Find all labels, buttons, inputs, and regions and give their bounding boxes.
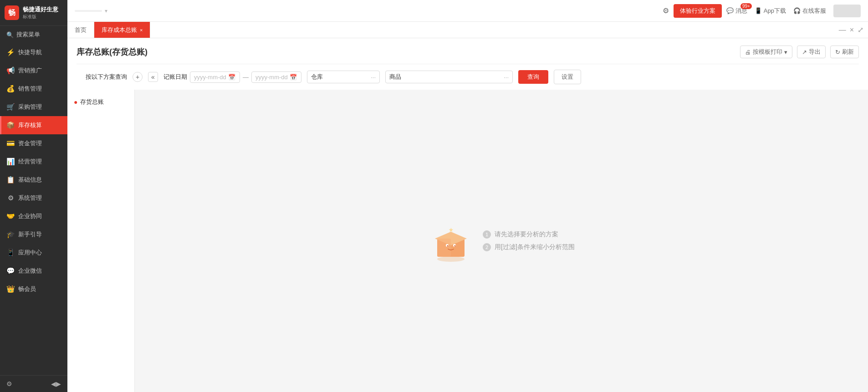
empty-illustration bbox=[428, 218, 474, 264]
filter-collapse-button[interactable]: « bbox=[148, 72, 158, 82]
sidebar-item-corp[interactable]: 🤝 企业协同 bbox=[0, 207, 67, 225]
filter-label: 按以下方案查询 bbox=[86, 73, 127, 81]
product-more-icon: ··· bbox=[504, 74, 509, 81]
warehouse-selector[interactable]: 仓库 ··· bbox=[307, 71, 380, 83]
app-download-button[interactable]: 📱 App下载 bbox=[755, 7, 786, 15]
topbar-gear-icon[interactable]: ⚙ bbox=[663, 6, 669, 15]
sidebar-item-label: 销售管理 bbox=[18, 85, 42, 93]
message-button[interactable]: 💬 消息 99+ bbox=[726, 7, 747, 15]
industry-btn[interactable]: 体验行业方案 bbox=[674, 4, 722, 18]
sidebar-item-appstore[interactable]: 📱 应用中心 bbox=[0, 244, 67, 262]
message-badge: 99+ bbox=[740, 3, 752, 9]
basic-icon: 📋 bbox=[6, 176, 15, 184]
print-button[interactable]: 🖨 按模板打印 ▾ bbox=[740, 46, 792, 58]
sidebar-item-label: 应用中心 bbox=[18, 249, 42, 257]
date-start-input[interactable]: yyyy-mm-dd 📅 bbox=[190, 71, 240, 83]
tab-home-label: 首页 bbox=[75, 26, 87, 34]
scheme-item-icon: ● bbox=[74, 98, 77, 106]
date-end-placeholder: yyyy-mm-dd bbox=[255, 74, 288, 81]
sidebar-item-inventory[interactable]: 📦 库存核算 bbox=[0, 116, 67, 134]
sidebar-search[interactable]: 🔍 搜索菜单 bbox=[0, 26, 67, 43]
query-button[interactable]: 查询 bbox=[518, 70, 548, 84]
sales-icon: 💰 bbox=[6, 85, 15, 93]
tab-home[interactable]: 首页 bbox=[67, 22, 94, 38]
refresh-label: 刷新 bbox=[842, 48, 854, 56]
appstore-icon: 📱 bbox=[6, 249, 15, 257]
svg-point-8 bbox=[454, 245, 456, 247]
breadcrumb: ▾ bbox=[75, 8, 656, 14]
product-selector[interactable]: 商品 ··· bbox=[385, 71, 513, 83]
tab-inventory-cost-label: 库存成本总账 bbox=[102, 26, 137, 34]
step1-text: 请先选择要分析的方案 bbox=[495, 230, 558, 239]
calendar-end-icon: 📅 bbox=[290, 74, 297, 81]
topbar-right: 💬 消息 99+ 📱 App下载 🎧 在线客服 bbox=[726, 5, 861, 17]
sidebar-item-basic[interactable]: 📋 基础信息 bbox=[0, 171, 67, 189]
operation-icon: 📊 bbox=[6, 158, 15, 166]
scheme-panel: ● 存货总账 bbox=[67, 90, 868, 392]
export-button[interactable]: ↗ 导出 bbox=[797, 46, 826, 58]
scheme-item-inventory[interactable]: ● 存货总账 bbox=[67, 94, 134, 110]
marketing-icon: 📢 bbox=[6, 66, 15, 75]
tab-inventory-cost[interactable]: 库存成本总账 × bbox=[94, 22, 150, 38]
sidebar-item-label: 基础信息 bbox=[18, 176, 42, 184]
sidebar-item-label: 系统管理 bbox=[18, 194, 42, 202]
tab-minimize-icon[interactable]: — bbox=[839, 26, 846, 34]
sidebar-item-label: 企业协同 bbox=[18, 212, 42, 220]
empty-state: 1 请先选择要分析的方案 2 用[过滤]条件来缩小分析范围 bbox=[428, 218, 575, 264]
settings-button[interactable]: ⚙ bbox=[6, 380, 12, 387]
breadcrumb-arrow: ▾ bbox=[105, 8, 107, 14]
sidebar-item-label: 企业微信 bbox=[18, 267, 42, 275]
sidebar-item-member[interactable]: 👑 畅会员 bbox=[0, 280, 67, 298]
sidebar-item-quick-nav[interactable]: ⚡ 快捷导航 bbox=[0, 43, 67, 61]
sidebar-item-label: 库存核算 bbox=[18, 121, 42, 129]
sidebar-item-label: 畅会员 bbox=[18, 285, 36, 293]
sidebar-item-purchase[interactable]: 🛒 采购管理 bbox=[0, 98, 67, 116]
sidebar-item-operation[interactable]: 📊 经营管理 bbox=[0, 153, 67, 171]
online-service-button[interactable]: 🎧 在线客服 bbox=[793, 7, 826, 15]
refresh-button[interactable]: ↻ 刷新 bbox=[830, 46, 859, 58]
filter-add-button[interactable]: + bbox=[133, 72, 143, 82]
sidebar-item-label: 快捷导航 bbox=[18, 48, 42, 56]
svg-marker-4 bbox=[449, 228, 454, 232]
export-icon: ↗ bbox=[802, 49, 807, 56]
corp-icon: 🤝 bbox=[6, 212, 15, 220]
main-area: ▾ ⚙ 体验行业方案 💬 消息 99+ 📱 App下载 🎧 在线客服 首页 bbox=[67, 0, 868, 392]
wechat-icon: 💬 bbox=[6, 267, 15, 275]
sidebar-item-system[interactable]: ⚙ 系统管理 bbox=[0, 189, 67, 207]
empty-step2: 2 用[过滤]条件来缩小分析范围 bbox=[483, 243, 575, 251]
tab-close-all-icon[interactable]: × bbox=[850, 26, 854, 34]
sidebar-item-sales[interactable]: 💰 销售管理 bbox=[0, 80, 67, 98]
scheme-item-label: 存货总账 bbox=[80, 98, 104, 106]
sidebar-item-finance[interactable]: 💳 资金管理 bbox=[0, 134, 67, 153]
step1-num: 1 bbox=[483, 230, 491, 239]
toggle-sidebar-button[interactable]: ◀▶ bbox=[51, 380, 61, 387]
step2-text: 用[过滤]条件来缩小分析范围 bbox=[495, 243, 575, 251]
user-avatar[interactable] bbox=[833, 5, 861, 17]
sidebar-item-guide[interactable]: 🎓 新手引导 bbox=[0, 225, 67, 244]
phone-icon: 📱 bbox=[755, 7, 762, 14]
date-start-placeholder: yyyy-mm-dd bbox=[194, 74, 226, 81]
setting-button[interactable]: 设置 bbox=[554, 70, 581, 84]
sidebar-item-label: 新手引导 bbox=[18, 230, 42, 239]
svg-rect-3 bbox=[437, 239, 451, 257]
purchase-icon: 🛒 bbox=[6, 103, 15, 111]
date-separator: — bbox=[243, 74, 249, 81]
tab-close-icon[interactable]: × bbox=[140, 27, 143, 33]
sidebar-item-marketing[interactable]: 📢 营销推广 bbox=[0, 61, 67, 80]
headset-icon: 🎧 bbox=[793, 7, 801, 14]
message-icon: 💬 bbox=[726, 7, 734, 14]
filter-bar: 按以下方案查询 + « 记账日期 yyyy-mm-dd 📅 — yyyy-mm-… bbox=[77, 64, 859, 90]
warehouse-more-icon: ··· bbox=[371, 74, 376, 81]
logo-icon: 畅 bbox=[5, 5, 19, 20]
sidebar-item-wechat[interactable]: 💬 企业微信 bbox=[0, 262, 67, 280]
logo-text: 畅捷通好生意 标准版 bbox=[23, 6, 58, 20]
quick-nav-icon: ⚡ bbox=[6, 48, 15, 56]
tab-expand-icon[interactable]: ⤢ bbox=[858, 25, 863, 34]
sidebar-logo: 畅 畅捷通好生意 标准版 bbox=[0, 0, 67, 26]
sidebar-nav: ⚡ 快捷导航 📢 营销推广 💰 销售管理 🛒 采购管理 📦 库存核算 💳 资金管… bbox=[0, 43, 67, 375]
svg-point-7 bbox=[447, 245, 449, 247]
date-end-input[interactable]: yyyy-mm-dd 📅 bbox=[251, 71, 301, 83]
sidebar-item-label: 资金管理 bbox=[18, 139, 42, 148]
search-label: 搜索菜单 bbox=[16, 31, 40, 39]
system-icon: ⚙ bbox=[6, 194, 15, 202]
